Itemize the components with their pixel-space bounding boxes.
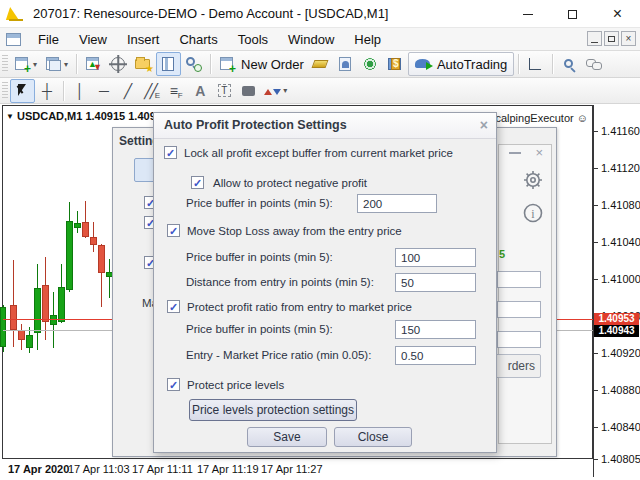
panel-close-icon[interactable]: × [535,145,543,160]
time-axis-label: 17 Apr 11:27 [261,463,323,475]
candle-body [90,237,97,245]
ea-input-fragment[interactable] [497,271,541,288]
candle-body [34,288,41,333]
expert-advisor-label: sScalpingExecutor ☺ [483,112,588,124]
price-axis-tick [593,279,598,280]
dialog-title-bar[interactable]: Auto Profit Protection Settings × [154,113,496,139]
ea-side-panel: × i 5 rders [498,144,552,444]
candle-body [42,285,49,322]
time-axis-label: 17 Apr 11:11 [132,463,193,475]
buffer1-input[interactable] [357,194,437,213]
protect-levels-checkbox[interactable]: ✓ [167,378,180,391]
price-axis-label: 1.40805 [601,453,640,465]
svg-text:i: i [531,207,535,221]
distance-input[interactable] [395,273,476,292]
application-window: 207017: Renesource-DEMO - Demo Account -… [0,0,640,480]
gear-icon[interactable] [522,169,544,191]
candle-wick [13,260,14,347]
last-price-badge: 1.40943 [594,325,639,337]
entry-ratio-label: Entry - Market Price ratio (min 0.05): [186,349,371,361]
ea-input-fragment[interactable] [497,301,541,318]
candle-body [82,222,89,237]
distance-label: Distance from entry in points (min 5): [186,276,374,288]
price-axis-tick [593,131,598,132]
buffer3-label: Price buffer in points (min 5): [186,323,333,335]
bid-price-badge: 1.40953 [594,313,639,325]
candle-body [18,330,25,340]
candle-wick [109,259,110,298]
candle-body [26,335,33,348]
candle-body [58,287,65,322]
lock-profit-checkbox[interactable]: ✓ [164,146,177,159]
candle-wick [77,211,78,233]
buffer1-label: Price buffer in points (min 5): [186,197,333,209]
move-stoploss-checkbox[interactable]: ✓ [167,224,180,237]
price-axis-label: 1.41120 [601,162,640,174]
dialog-title: Auto Profit Protection Settings [164,118,347,132]
price-axis-label: 1.40880 [601,384,640,396]
price-axis-label: 1.41160 [601,125,640,137]
time-axis-label: 17 Apr 11:03 [68,463,130,475]
buffer2-input[interactable] [395,248,476,267]
allow-negative-checkbox[interactable]: ✓ [191,176,204,189]
close-dialog-button[interactable]: Close [334,427,412,447]
protect-ratio-checkbox[interactable]: ✓ [167,300,180,313]
price-axis-label: 1.41080 [601,199,640,211]
price-axis-tick [593,242,598,243]
candle-body [66,221,73,290]
entry-ratio-input[interactable] [395,346,476,365]
panel-minimize-icon[interactable] [509,152,521,154]
smiley-icon[interactable]: ☺ [577,112,588,124]
price-axis-tick [593,390,598,391]
price-axis-line [593,105,594,477]
price-axis-label: 1.41000 [601,273,640,285]
price-axis-tick [593,459,598,460]
move-stoploss-label: Move Stop Loss away from the entry price [187,225,402,237]
price-axis-tick [593,353,598,354]
auto-profit-protection-dialog: Auto Profit Protection Settings × ✓ Lock… [153,112,497,453]
price-axis-label: 1.41040 [601,236,640,248]
close-orders-button-fragment[interactable]: rders [493,354,541,378]
time-axis-label: 17 Apr 2020 [8,463,69,475]
time-axis-label: 17 Apr 11:19 [197,463,259,475]
candle-body [74,223,81,228]
candle-body [10,305,17,330]
price-axis-tick [593,168,598,169]
dialog-close-icon[interactable]: × [480,117,488,133]
price-axis-label: 1.40920 [601,347,640,359]
info-icon[interactable]: i [522,202,544,224]
candle-body [0,307,6,347]
save-button[interactable]: Save [247,427,327,447]
price-axis-label: 1.40840 [601,421,640,433]
chevron-down-icon[interactable]: ▼ [6,112,14,121]
candle-body [50,315,57,325]
chart-symbol-label: ▼ USDCAD,M1 1.40915 1.40958 [6,110,168,122]
price-levels-settings-button[interactable]: Price levels protection settings [189,399,357,421]
buffer3-input[interactable] [395,320,476,339]
price-axis-tick [593,205,598,206]
buffer2-label: Price buffer in points (min 5): [186,251,333,263]
candle-body [98,245,105,273]
lock-profit-label: Lock all profit except buffer from curre… [184,147,453,159]
ea-input-fragment[interactable] [497,331,541,348]
protect-ratio-label: Protect profit ratio from entry to marke… [187,301,412,313]
ea-label-fragment: 5 [499,248,505,260]
protect-levels-label: Protect price levels [187,379,284,391]
price-axis-tick [593,427,598,428]
allow-negative-label: Allow to protect negative profit [213,177,367,189]
